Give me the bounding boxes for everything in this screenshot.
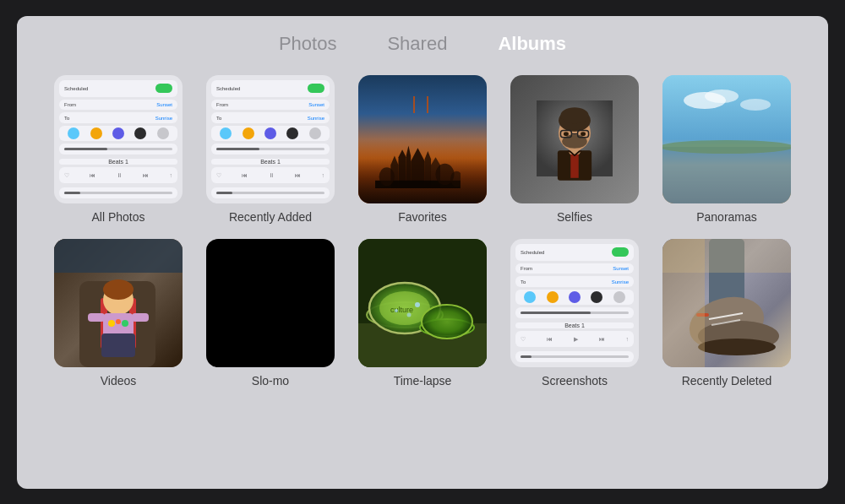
album-thumb-selfies <box>510 75 639 203</box>
tab-photos[interactable]: Photos <box>279 33 337 55</box>
album-label-all-photos: All Photos <box>91 210 144 224</box>
album-label-recently-added: Recently Added <box>229 210 312 224</box>
svg-rect-40 <box>101 333 135 357</box>
album-label-time-lapse: Time-lapse <box>394 374 452 387</box>
svg-point-41 <box>108 320 115 327</box>
album-thumb-screenshots: Scheduled From Sunset To Sunrise <box>510 239 639 367</box>
svg-point-21 <box>564 132 569 136</box>
album-thumb-recently-added: Scheduled From Sunset To Sunrise <box>206 75 335 203</box>
album-label-selfies: Selfies <box>557 210 592 224</box>
svg-rect-38 <box>88 313 105 322</box>
svg-point-56 <box>395 309 398 312</box>
svg-point-26 <box>662 140 791 154</box>
album-recently-deleted[interactable]: Recently Deleted <box>659 239 794 387</box>
album-label-videos: Videos <box>101 374 137 387</box>
album-thumb-favorites <box>358 75 487 203</box>
album-thumb-all-photos: Scheduled From Sunset To Sunrise <box>54 75 183 203</box>
svg-point-62 <box>698 339 776 355</box>
album-all-photos[interactable]: Scheduled From Sunset To Sunrise <box>51 75 186 224</box>
album-thumb-panoramas <box>662 75 791 203</box>
album-label-recently-deleted: Recently Deleted <box>682 374 772 387</box>
svg-rect-67 <box>662 239 791 273</box>
svg-point-55 <box>415 302 420 307</box>
svg-rect-25 <box>662 147 791 203</box>
svg-point-28 <box>705 89 739 103</box>
album-label-slo-mo: Slo-mo <box>252 374 289 387</box>
album-selfies[interactable]: Selfies <box>507 75 642 224</box>
tab-bar: Photos Shared Albums <box>279 33 566 55</box>
album-screenshots[interactable]: Scheduled From Sunset To Sunrise <box>507 239 642 387</box>
album-label-screenshots: Screenshots <box>542 374 608 387</box>
album-label-favorites: Favorites <box>398 210 447 224</box>
album-recently-added[interactable]: Scheduled From Sunset To Sunrise <box>203 75 338 224</box>
tab-albums[interactable]: Albums <box>498 33 566 55</box>
album-panoramas[interactable]: Panoramas <box>659 75 794 224</box>
svg-point-22 <box>581 132 586 136</box>
svg-point-17 <box>562 134 587 149</box>
tv-frame: Photos Shared Albums Scheduled From Suns… <box>17 16 828 489</box>
album-thumb-time-lapse: culture <box>358 239 487 367</box>
album-slo-mo[interactable]: Slo-mo <box>203 239 338 387</box>
tab-shared[interactable]: Shared <box>387 33 447 55</box>
svg-point-43 <box>122 320 128 327</box>
svg-point-29 <box>740 99 771 111</box>
svg-rect-39 <box>132 313 149 322</box>
album-thumb-videos <box>54 239 183 367</box>
svg-point-36 <box>103 279 134 300</box>
album-videos[interactable]: Videos <box>51 239 186 387</box>
album-thumb-slo-mo <box>206 239 335 367</box>
svg-text:culture: culture <box>390 306 413 314</box>
albums-grid: Scheduled From Sunset To Sunrise <box>51 75 794 387</box>
album-time-lapse[interactable]: culture Time-lapse <box>355 239 490 387</box>
album-label-panoramas: Panoramas <box>696 210 757 224</box>
svg-point-57 <box>407 312 412 317</box>
svg-rect-44 <box>54 239 183 273</box>
svg-point-7 <box>379 167 395 186</box>
album-favorites[interactable]: Favorites <box>355 75 490 224</box>
svg-point-42 <box>116 319 121 324</box>
svg-point-16 <box>560 107 588 123</box>
album-thumb-recently-deleted <box>662 239 791 367</box>
